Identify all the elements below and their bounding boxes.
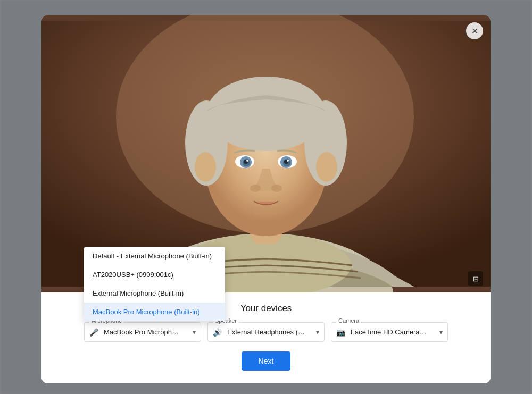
device-selects: Microphone 🎤 Default - External Micropho… — [54, 322, 478, 342]
speaker-select-wrapper: 🔊 External Headphones (Built-in) ▾ — [207, 322, 325, 342]
camera-select[interactable]: FaceTime HD Camera (Built-in... — [331, 322, 448, 342]
info-icon[interactable]: ⊞ — [468, 271, 483, 286]
dropdown-item-at2020[interactable]: AT2020USB+ (0909:001c) — [84, 265, 225, 284]
dropdown-item-external[interactable]: External Microphone (Built-in) — [84, 284, 225, 303]
dropdown-item-default[interactable]: Default - External Microphone (Built-in) — [84, 247, 225, 265]
svg-point-25 — [195, 152, 216, 182]
camera-select-wrapper: 📷 FaceTime HD Camera (Built-in... ▾ — [331, 322, 448, 342]
microphone-select[interactable]: Default - External Microphone (Built-in)… — [84, 322, 201, 342]
dropdown-item-macbook[interactable]: MacBook Pro Microphone (Built-in) — [84, 303, 225, 321]
modal: ✕ ⊞ Your devices Microphone 🎤 Default - … — [41, 15, 491, 383]
microphone-dropdown: Default - External Microphone (Built-in)… — [84, 247, 225, 321]
close-icon: ✕ — [471, 26, 478, 36]
svg-point-20 — [271, 185, 282, 192]
close-button[interactable]: ✕ — [466, 22, 483, 39]
svg-point-26 — [316, 152, 337, 182]
svg-point-18 — [287, 160, 289, 162]
next-button[interactable]: Next — [242, 351, 291, 371]
microphone-select-wrapper: 🎤 Default - External Microphone (Built-i… — [84, 322, 201, 342]
camera-group: Camera 📷 FaceTime HD Camera (Built-in...… — [331, 322, 448, 342]
microphone-group: Microphone 🎤 Default - External Micropho… — [84, 322, 201, 342]
speaker-select[interactable]: External Headphones (Built-in) — [207, 322, 325, 342]
svg-point-17 — [246, 160, 248, 162]
bottom-panel: Your devices Microphone 🎤 Default - Exte… — [41, 292, 491, 383]
speaker-group: Speaker 🔊 External Headphones (Built-in)… — [207, 322, 325, 342]
camera-label: Camera — [336, 317, 361, 324]
svg-point-19 — [250, 185, 261, 192]
